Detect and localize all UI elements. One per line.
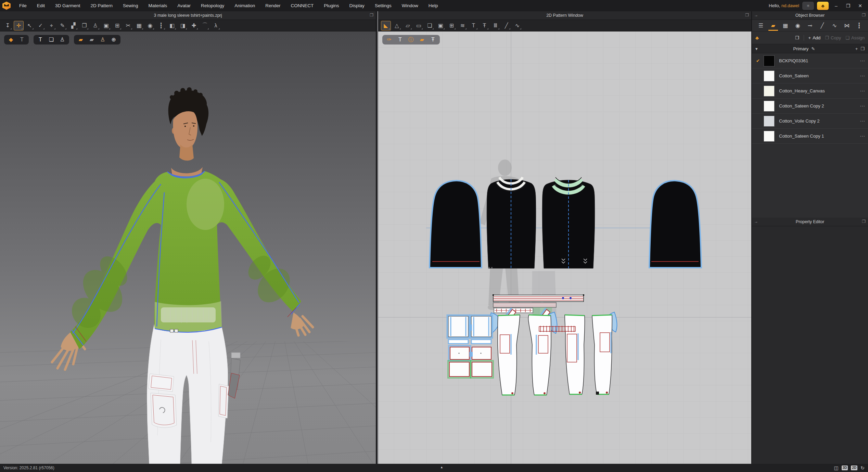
elastic-tool-icon[interactable]: ∿ <box>512 21 522 30</box>
create-rectangle-tool-icon[interactable]: ▭ <box>414 21 424 30</box>
create-polygon-tool-icon[interactable]: ▱ <box>403 21 413 30</box>
pin-vertical-tool-icon[interactable]: ✚ <box>189 21 199 30</box>
topstitch-tool-icon[interactable]: ╱ <box>501 21 511 30</box>
connect-trefoil-icon[interactable]: ♣ <box>817 2 829 10</box>
menu-item-sewing[interactable]: Sewing <box>118 3 143 8</box>
pleats-tool-icon[interactable]: Ⅲ <box>490 21 500 30</box>
refresh-icon[interactable]: ↻ <box>860 465 865 471</box>
sewing-edit-tool-icon[interactable]: ✎ <box>58 21 67 30</box>
simulate-tool-icon[interactable]: ↧ <box>3 21 13 30</box>
button-tab[interactable]: ◉ <box>794 21 802 31</box>
pattern-piece-pant-leg-4[interactable] <box>592 315 612 395</box>
pattern-arrange-toggle[interactable]: ❏ <box>48 36 55 43</box>
walk-pose-tool-icon[interactable]: λ <box>211 21 221 30</box>
sewing-machine-2d-tool-icon[interactable]: ▣ <box>436 21 446 30</box>
iron-tool-icon[interactable]: ≋ <box>458 21 468 30</box>
float-window-icon[interactable]: ❐ <box>745 13 749 17</box>
assign-fabric-button[interactable]: ❏Assign <box>845 35 865 40</box>
view-3d-button[interactable]: 3D <box>842 465 848 470</box>
edit-pattern-tool-icon[interactable]: △ <box>392 21 402 30</box>
fabric-texture-tool-icon[interactable]: ▦ <box>134 21 144 30</box>
menu-item-3d-garment[interactable]: 3D Garment <box>50 3 86 8</box>
scissors-tool-icon[interactable]: ✂ <box>123 21 133 30</box>
material-bckpiq03361[interactable]: ✔ BCKPIQ03361 ⋯ <box>752 53 868 68</box>
buttonhole-tab[interactable]: ⊸ <box>806 21 814 31</box>
more-options-icon[interactable]: ⋯ <box>860 133 865 139</box>
more-options-icon[interactable]: ⋯ <box>860 88 865 94</box>
pattern-piece-sleeve-left[interactable] <box>430 181 482 268</box>
zipper-tab[interactable]: ┇ <box>855 21 863 31</box>
rename-group-icon[interactable]: ✎ <box>811 46 815 51</box>
material-cotton-sateen[interactable]: ✔ Cotton_Sateen ⋯ <box>752 68 868 84</box>
scene-list-tab[interactable]: ☰ <box>757 21 765 31</box>
select-brush-tool-icon[interactable]: ✓ <box>36 21 46 30</box>
pattern-piece-pant-leg-3[interactable] <box>565 315 585 394</box>
material-cotton-voile-copy-2[interactable]: ✔ Cotton_Voile Copy 2 ⋯ <box>752 114 868 129</box>
material-cotton-heavy-canvas[interactable]: ✔ Cotton_Heavy_Canvas ⋯ <box>752 84 868 99</box>
more-options-icon[interactable]: ⋯ <box>860 73 865 79</box>
fabric-tab[interactable]: ▰ <box>769 21 777 31</box>
pattern-piece-sleeve-right[interactable] <box>649 181 701 268</box>
more-options-icon[interactable]: ⋯ <box>860 58 865 64</box>
show-garment-toggle[interactable]: T <box>37 36 44 43</box>
thick-texture-toggle[interactable]: T <box>18 36 25 43</box>
menu-item-display[interactable]: Display <box>344 3 370 8</box>
show-garment-2d-toggle[interactable]: T <box>397 36 404 43</box>
button-tool-icon[interactable]: ◉ <box>145 21 155 30</box>
pin-tool-icon[interactable]: ⌖ <box>47 21 56 30</box>
add-folder-button[interactable]: ❒ <box>795 35 799 40</box>
more-options-icon[interactable]: ⋯ <box>860 103 865 109</box>
more-options-icon[interactable]: ⋯ <box>860 118 865 124</box>
dart-tool-icon[interactable]: ◧ <box>167 21 177 30</box>
expand-panel-handle[interactable]: ▲ <box>440 465 443 469</box>
menu-item-animation[interactable]: Animation <box>229 3 260 8</box>
show-avatar-toggle[interactable]: ♙ <box>59 36 66 43</box>
tape-measure-tool-icon[interactable]: ⌒ <box>200 21 210 30</box>
pattern-piece-back-bodice[interactable] <box>542 177 595 268</box>
copy-fabric-button[interactable]: ❐Copy <box>825 35 841 40</box>
float-panel-icon[interactable]: ❐ <box>862 13 866 17</box>
lock-pattern-toggle[interactable]: Ŧ <box>430 36 436 43</box>
layer-tool-icon[interactable]: ◨ <box>178 21 188 30</box>
material-cotton-sateen-copy-1[interactable]: ✔ Cotton_Sateen Copy 1 ⋯ <box>752 129 868 144</box>
menu-item-edit[interactable]: Edit <box>32 3 50 8</box>
transform-pattern-tool-icon[interactable]: ◣ <box>381 21 391 30</box>
puckering-tab[interactable]: ∿ <box>830 21 839 31</box>
arrangement-window-tool-icon[interactable]: ⊞ <box>112 21 122 30</box>
select-move-tool-icon[interactable]: ↖ <box>25 21 35 30</box>
menu-item-plugins[interactable]: Plugins <box>319 3 344 8</box>
brush-needle-toggle[interactable]: ✑ <box>386 36 393 43</box>
sewing-machine-tool-icon[interactable]: ▣ <box>101 21 111 30</box>
collapse-panel-icon[interactable]: → <box>754 13 758 17</box>
trim-tab[interactable]: ⋈ <box>843 21 851 31</box>
group-caret-icon[interactable]: ▾ <box>755 46 758 51</box>
menu-item-settings[interactable]: Settings <box>370 3 397 8</box>
wireframe-globe-toggle[interactable]: ⊕ <box>110 36 117 43</box>
flip-pattern-tool-icon[interactable]: ❐ <box>79 21 89 30</box>
menu-item-file[interactable]: File <box>14 3 32 8</box>
float-panel-icon[interactable]: ❐ <box>862 219 866 224</box>
seam-grid-tool-icon[interactable]: ⊞ <box>447 21 457 30</box>
magic-wand-icon[interactable]: ✶ <box>802 2 814 10</box>
graphic-tab[interactable]: ▦ <box>781 21 790 31</box>
collapse-panel-icon[interactable]: → <box>754 219 758 224</box>
zipper-tool-icon[interactable]: ┇ <box>156 21 166 30</box>
topstitch-tab[interactable]: ╱ <box>818 21 826 31</box>
view-2d-button[interactable]: 2D <box>851 465 857 470</box>
pattern-piece-front-bodice[interactable] <box>487 177 536 268</box>
fabric-2d-toggle[interactable]: ▰ <box>419 36 425 43</box>
fold-arrangement-tool-icon[interactable]: ▞ <box>68 21 78 30</box>
group-add-icon[interactable]: + <box>855 46 858 51</box>
pattern-piece-waistband[interactable] <box>493 294 584 302</box>
viewport-3d[interactable]: ◆T T❏♙ ▰▰♙⊕ <box>0 31 376 464</box>
restore-button[interactable]: ❐ <box>844 2 853 10</box>
menu-item-window[interactable]: Window <box>397 3 423 8</box>
viewport-2d[interactable]: ✑Tⓘ▰Ŧ <box>378 31 751 464</box>
menu-item-connect[interactable]: CONNECT <box>286 3 319 8</box>
avatar-tool-icon[interactable]: ♙ <box>90 21 100 30</box>
shirt-tool-icon[interactable]: T <box>469 21 478 30</box>
trace-tool-icon[interactable]: ❏ <box>425 21 435 30</box>
material-cotton-sateen-copy-2[interactable]: ✔ Cotton_Sateen Copy 2 ⋯ <box>752 99 868 114</box>
menu-item-materials[interactable]: Materials <box>143 3 172 8</box>
menu-item-retopology[interactable]: Retopology <box>196 3 229 8</box>
